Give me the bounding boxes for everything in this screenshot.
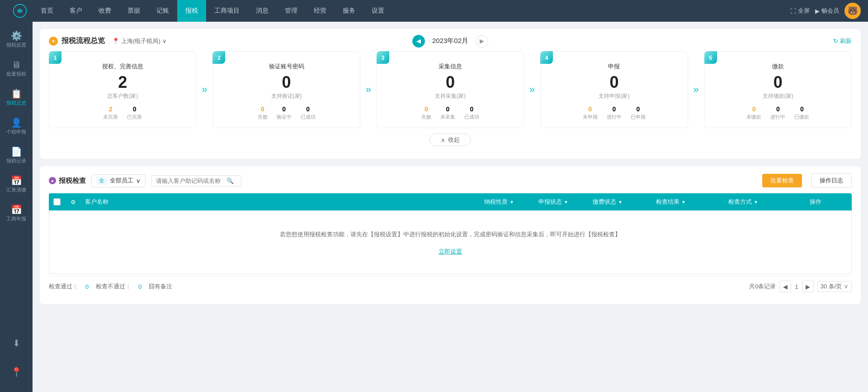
step-card-0: 1 授权、完善信息 2 总客户数(家) 2 未完善 0 已完善 <box>49 51 196 128</box>
nav-item-客户[interactable]: 客户 <box>61 0 90 22</box>
page-size-select[interactable]: 30 条/页 ∨ <box>817 281 852 292</box>
step-num-3: 4 <box>540 51 553 64</box>
sidebar-bottom-item-0[interactable]: ⬇ <box>0 329 33 358</box>
nav-item-管理[interactable]: 管理 <box>277 0 306 22</box>
prev-page-button[interactable]: ◀ <box>779 281 791 292</box>
step-count-3: 0 <box>548 74 680 91</box>
stat-item-1-2: 0 已成功 <box>301 105 316 120</box>
pass-count[interactable]: 0 <box>85 283 89 290</box>
stat-label-0-1: 已完善 <box>127 114 142 120</box>
nav-item-首页[interactable]: 首页 <box>33 0 61 22</box>
employee-filter[interactable]: 全 全部员工 ∨ <box>91 174 146 187</box>
location-selector[interactable]: 📍 上海(电子税局) ∨ <box>112 37 167 45</box>
sidebar-icon-0: ⚙️ <box>11 31 22 40</box>
nav-item-服务[interactable]: 服务 <box>335 0 363 22</box>
play-icon: ▶ <box>815 8 820 14</box>
stat-label-2-1: 未采集 <box>440 114 455 120</box>
overview-card: + 报税流程总览 📍 上海(电子税局) ∨ ◀ 2023年02月 ▶ ↻ 刷新 … <box>40 29 861 159</box>
step-stats-4: 0 未缴款 0 进行中 0 已缴款 <box>712 105 844 120</box>
stat-label-4-1: 进行中 <box>770 114 785 120</box>
stat-label-0-0: 未完善 <box>103 114 118 120</box>
nav-item-收费[interactable]: 收费 <box>90 0 119 22</box>
nav-item-设置[interactable]: 设置 <box>363 0 392 22</box>
sidebar-item-报税记录[interactable]: 📄 报税记录 <box>0 141 33 170</box>
stat-val-3-2: 0 <box>637 105 640 113</box>
search-box: 🔍 <box>151 175 241 186</box>
stat-val-0-1: 0 <box>133 105 137 113</box>
sidebar-label-6: 工商年报 <box>6 216 26 222</box>
th-pay-status[interactable]: 缴费状态 ▼ <box>580 193 635 210</box>
vip-button[interactable]: ▶ 畅会员 <box>815 7 839 15</box>
sidebar-label-1: 批量报税 <box>6 71 26 77</box>
stat-item-0-0: 2 未完善 <box>103 105 118 120</box>
next-page-button[interactable]: ▶ <box>802 281 814 292</box>
fullscreen-button[interactable]: ⛶ 全屏 <box>790 7 810 15</box>
collapse-button[interactable]: ∧ 收起 <box>429 134 471 146</box>
stat-label-3-1: 进行中 <box>607 114 622 120</box>
step-num-2: 3 <box>377 51 389 64</box>
avatar[interactable]: 🐻 <box>844 3 861 19</box>
sidebar-item-汇算清缴[interactable]: 📅 汇算清缴 <box>0 170 33 199</box>
step-card-2: 3 采集信息 0 支持采集(家) 0 失败 0 未采集 0 已成功 <box>377 51 524 128</box>
step-subtitle-2: 支持采集(家) <box>384 92 516 100</box>
filter-icon2: ▼ <box>564 200 568 205</box>
stat-label-2-0: 失败 <box>421 114 431 120</box>
prev-month-button[interactable]: ◀ <box>412 35 425 48</box>
stat-val-3-1: 0 <box>613 105 616 113</box>
sidebar-item-批量报税[interactable]: 🖥 批量报税 <box>0 54 33 83</box>
nav-item-工商项目[interactable]: 工商项目 <box>206 0 248 22</box>
tax-check-card: ● 报税检查 全 全部员工 ∨ 🔍 批量检查 操作日志 ⚙ 客户名称 纳 <box>40 166 861 304</box>
page-size-label: 30 条/页 <box>821 283 842 290</box>
nav-item-消息[interactable]: 消息 <box>248 0 277 22</box>
th-declare-status[interactable]: 申报状态 ▼ <box>526 193 580 210</box>
nav-item-报税[interactable]: 报税 <box>177 0 206 22</box>
fail-count[interactable]: 0 <box>138 283 142 290</box>
note-label: 囧有备注 <box>149 282 172 291</box>
filter-icon5: ▼ <box>754 200 758 205</box>
th-check-method[interactable]: 检查方式 ▼ <box>707 193 779 210</box>
search-input[interactable] <box>156 177 224 184</box>
th-tax-nature[interactable]: 纳税性质 ▼ <box>472 193 526 210</box>
operation-log-button[interactable]: 操作日志 <box>811 173 852 188</box>
select-all-checkbox[interactable] <box>53 198 61 206</box>
batch-check-button[interactable]: 批量检查 <box>762 174 802 187</box>
fullscreen-icon: ⛶ <box>790 8 796 14</box>
stat-label-4-0: 未缴款 <box>746 114 761 120</box>
overview-title-text: 报税流程总览 <box>61 36 105 46</box>
nav-item-记账[interactable]: 记账 <box>148 0 177 22</box>
step-title-1: 验证账号密码 <box>220 62 352 71</box>
sidebar-item-报税总览[interactable]: 📋 报税总览 <box>0 83 33 112</box>
section-dot: ● <box>49 177 56 184</box>
stat-label-1-0: 失败 <box>258 114 268 120</box>
th-check-result[interactable]: 检查结果 ▼ <box>635 193 707 210</box>
setup-link[interactable]: 立即设置 <box>439 248 462 256</box>
sidebar-item-工商年报[interactable]: 📅 工商年报 <box>0 199 33 228</box>
stat-val-2-1: 0 <box>446 105 450 113</box>
stat-val-4-2: 0 <box>800 105 804 113</box>
next-month-button[interactable]: ▶ <box>476 35 488 48</box>
sidebar-item-个税申报[interactable]: 👤 个税申报 <box>0 112 33 141</box>
chevron-down-icon: ∨ <box>162 38 167 44</box>
nav-item-经营[interactable]: 经营 <box>306 0 335 22</box>
location-icon: 📍 <box>112 38 119 44</box>
logo[interactable] <box>7 4 33 18</box>
th-checkbox[interactable] <box>49 193 65 210</box>
step-count-4: 0 <box>712 74 844 91</box>
stat-label-3-0: 未申报 <box>583 114 598 120</box>
filter-chevron-icon: ∨ <box>136 177 141 184</box>
page-size-chevron: ∨ <box>844 283 849 290</box>
th-settings[interactable]: ⚙ <box>65 193 81 210</box>
tax-check-header: ● 报税检查 全 全部员工 ∨ 🔍 批量检查 操作日志 <box>49 173 852 188</box>
sidebar-bottom-item-1[interactable]: 📍 <box>0 358 33 387</box>
refresh-button[interactable]: ↻ 刷新 <box>833 37 852 45</box>
sidebar-icon-2: 📋 <box>11 89 22 98</box>
sidebar-item-报税设置[interactable]: ⚙️ 报税设置 <box>0 25 33 54</box>
overview-title: + 报税流程总览 <box>49 36 105 46</box>
section-title: ● 报税检查 <box>49 177 86 185</box>
search-icon[interactable]: 🔍 <box>226 177 234 184</box>
stat-item-1-1: 0 验证中 <box>277 105 292 120</box>
nav-item-票据[interactable]: 票据 <box>119 0 148 22</box>
stat-item-3-1: 0 进行中 <box>607 105 622 120</box>
collapse-icon: ∧ <box>441 137 445 143</box>
sidebar-icon-6: 📅 <box>11 205 22 214</box>
